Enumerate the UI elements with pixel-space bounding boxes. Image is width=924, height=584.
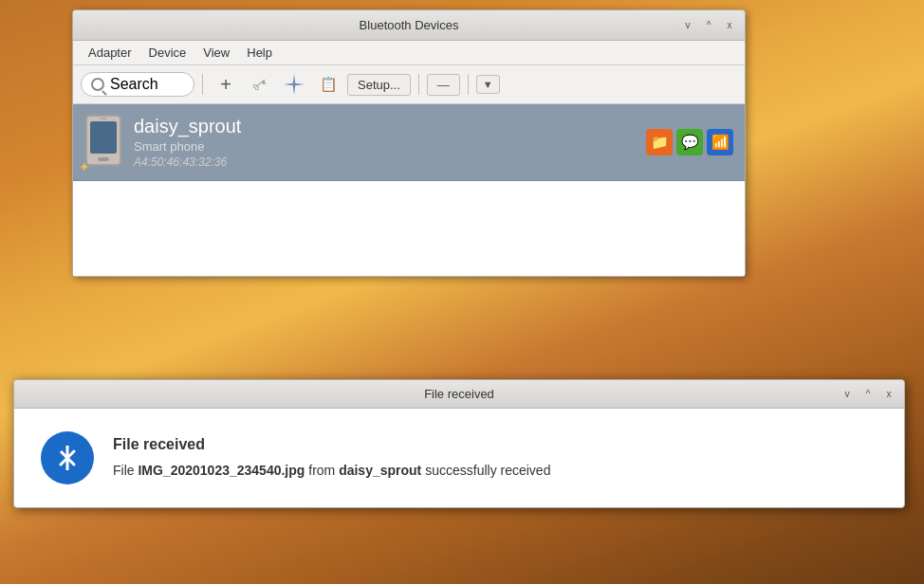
svg-rect-1	[90, 121, 117, 154]
bluetooth-symbol	[51, 442, 83, 474]
bt-menubar: Adapter Device View Help	[73, 41, 745, 65]
network-action-button[interactable]: 📶	[707, 129, 733, 155]
bt-close-button[interactable]: x	[722, 18, 737, 33]
add-device-button[interactable]: +	[211, 69, 241, 100]
bt-window-title: Bluetooth Devices	[138, 18, 680, 32]
file-minimize-button[interactable]: v	[840, 387, 855, 402]
file-name: IMG_20201023_234540.jpg	[138, 463, 305, 478]
browse-icon: 💬	[681, 134, 699, 151]
search-icon	[91, 78, 104, 91]
file-dialog-title: File received	[79, 387, 840, 401]
file-received-dialog: File received v ^ x File received File I…	[13, 379, 905, 508]
menu-device[interactable]: Device	[141, 43, 194, 63]
bluetooth-icon-circle	[41, 431, 94, 484]
svg-rect-3	[100, 118, 107, 119]
file-desc-from: from	[305, 463, 339, 478]
file-titlebar-controls: v ^ x	[840, 387, 896, 402]
file-content: File received File IMG_20201023_234540.j…	[14, 409, 904, 507]
menu-help[interactable]: Help	[239, 43, 280, 63]
dropdown-button[interactable]: ▼	[476, 75, 500, 94]
file-button[interactable]: 📋	[313, 69, 343, 100]
send-file-icon: 📁	[651, 134, 669, 151]
device-actions: 📁 💬 📶	[646, 129, 733, 155]
network-icon: 📶	[711, 134, 730, 151]
bt-titlebar-controls: v ^ x	[680, 18, 737, 33]
device-type: Smart phone	[134, 139, 646, 154]
toolbar-separator-1	[202, 74, 203, 95]
file-text-area: File received File IMG_20201023_234540.j…	[113, 436, 878, 481]
file-received-description: File IMG_20201023_234540.jpg from daisy_…	[113, 461, 878, 481]
sparkle-icon	[284, 74, 305, 95]
search-label: Search	[110, 76, 158, 93]
toolbar-separator-2	[418, 74, 419, 95]
bt-titlebar: Bluetooth Devices v ^ x	[73, 10, 745, 41]
trusted-star-icon: ✦	[79, 159, 90, 174]
svg-rect-2	[98, 157, 109, 161]
bt-toolbar: Search + 🗝 📋 Setup... — ▼	[73, 65, 745, 104]
key-button[interactable]: 🗝	[245, 69, 275, 100]
minus-icon: —	[437, 78, 450, 92]
file-device-name: daisy_sprout	[339, 463, 421, 478]
file-desc-prefix: File	[113, 463, 138, 478]
bluetooth-devices-window: Bluetooth Devices v ^ x Adapter Device V…	[72, 9, 746, 277]
device-phone-icon	[84, 114, 122, 167]
file-received-heading: File received	[113, 436, 878, 453]
minus-button[interactable]: —	[427, 74, 460, 96]
device-name: daisy_sprout	[134, 116, 646, 137]
file-desc-suffix: successfully received	[421, 463, 550, 478]
bt-maximize-button[interactable]: ^	[701, 18, 716, 33]
file-maximize-button[interactable]: ^	[860, 387, 876, 402]
device-item-daisy-sprout[interactable]: ✦ daisy_sprout Smart phone A4:50:46:43:3…	[73, 104, 745, 181]
send-file-action-button[interactable]: 📁	[646, 129, 673, 155]
file-titlebar: File received v ^ x	[14, 380, 904, 409]
device-info: daisy_sprout Smart phone A4:50:46:43:32:…	[134, 116, 646, 169]
key-icon: 🗝	[249, 73, 271, 96]
toolbar-separator-3	[468, 74, 469, 95]
bt-empty-area	[73, 181, 745, 276]
menu-adapter[interactable]: Adapter	[81, 43, 139, 63]
device-icon-wrapper: ✦	[84, 114, 122, 171]
file-close-button[interactable]: x	[881, 387, 896, 402]
bt-device-list: ✦ daisy_sprout Smart phone A4:50:46:43:3…	[73, 104, 745, 276]
browse-action-button[interactable]: 💬	[676, 129, 703, 155]
bt-minimize-button[interactable]: v	[680, 18, 695, 33]
search-button[interactable]: Search	[81, 72, 194, 97]
sparkle-button[interactable]	[279, 69, 309, 100]
file-icon: 📋	[320, 76, 338, 93]
setup-button[interactable]: Setup...	[347, 74, 411, 96]
menu-view[interactable]: View	[195, 43, 237, 63]
dropdown-icon: ▼	[483, 79, 493, 90]
device-mac: A4:50:46:43:32:36	[134, 155, 646, 169]
setup-label: Setup...	[358, 78, 400, 92]
